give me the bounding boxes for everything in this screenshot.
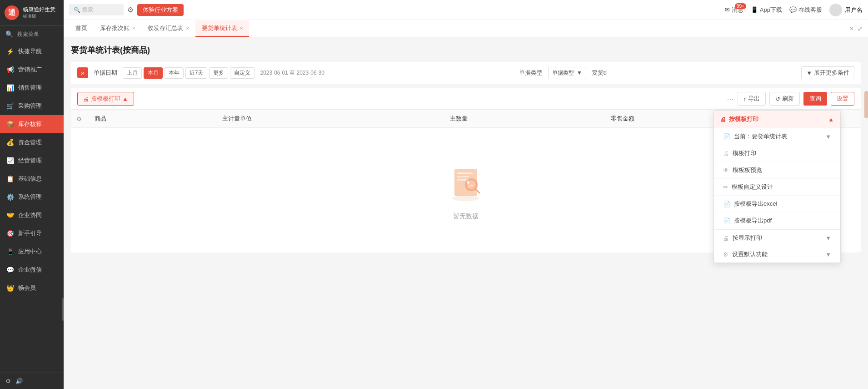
messages-button[interactable]: ✉ 消息 99+ <box>725 6 743 14</box>
operations-icon: 📈 <box>5 156 15 165</box>
template-print-item[interactable]: 🖨 模板打印 <box>714 145 840 162</box>
date-btn-current-year[interactable]: 本年 <box>165 67 184 79</box>
sidebar-item-wechat[interactable]: 💬 企业微信 <box>0 261 64 279</box>
print-current-template-item[interactable]: 📄 当前：要货单统计表 ▼ <box>714 128 840 145</box>
tab-home[interactable]: 首页 <box>69 20 94 37</box>
filter-expand-button[interactable]: » <box>77 67 88 78</box>
date-btn-prev-month[interactable]: 上月 <box>123 67 142 79</box>
svg-point-8 <box>467 181 469 184</box>
print-dropdown-header[interactable]: 🖨 按模板打印 ▲ <box>714 111 840 128</box>
logo-sub: 标准版 <box>23 13 55 20</box>
export-icon: ↑ <box>743 96 747 102</box>
query-button[interactable]: 查询 <box>803 92 827 106</box>
date-btn-custom[interactable]: 自定义 <box>230 67 254 79</box>
online-service-button[interactable]: 💬 在线客服 <box>789 6 822 14</box>
sidebar-item-apps[interactable]: 📱 应用中心 <box>0 242 64 261</box>
settings-button[interactable]: 设置 <box>831 92 854 106</box>
more-options-icon[interactable]: ··· <box>727 94 733 104</box>
date-btn-current-month[interactable]: 本月 <box>144 67 163 79</box>
sidebar-search-label: 搜索菜单 <box>17 30 39 38</box>
tabs-window-controls: × ⤢ <box>850 25 863 32</box>
sidebar-item-inventory[interactable]: 📦 库存核算 <box>0 115 64 133</box>
sidebar-item-label: 库存核算 <box>18 120 42 128</box>
table-col-product: 商品 <box>89 110 217 128</box>
print-dropdown: 🖨 按模板打印 ▲ 📄 当前：要货单统计表 ▼ 🖨 模板打印 👁 模板板预览 <box>713 110 841 263</box>
sidebar-item-enterprise[interactable]: 🤝 企业协同 <box>0 206 64 224</box>
table-settings-icon[interactable]: ⚙ <box>76 116 82 122</box>
message-icon: ✉ <box>725 6 730 13</box>
current-template-icon: 📄 <box>723 133 730 140</box>
template-preview-icon: 👁 <box>723 167 729 174</box>
sidebar-item-finance[interactable]: 💰 资金管理 <box>0 133 64 152</box>
sidebar-item-label: 采购管理 <box>18 102 42 110</box>
table-col-unit: 主计量单位 <box>217 110 444 128</box>
sidebar-item-marketing[interactable]: 📢 营销推广 <box>0 61 64 79</box>
template-design-item[interactable]: ✏ 模板自定义设计 <box>714 179 840 196</box>
print-dropdown-title: 按模板打印 <box>729 115 758 123</box>
tab-inventory-batch-close[interactable]: × <box>132 25 135 31</box>
window-close-btn[interactable]: × <box>850 25 853 32</box>
online-service-label: 在线客服 <box>798 6 822 14</box>
sidebar-item-label: 基础信息 <box>18 175 42 183</box>
query-label: 查询 <box>809 95 821 103</box>
right-edge-scrollbar[interactable] <box>864 91 868 118</box>
messages-badge: 99+ <box>735 3 746 9</box>
sidebar-item-sales[interactable]: 📊 销售管理 <box>0 79 64 97</box>
promo-button[interactable]: 体验行业方案 <box>137 4 184 16</box>
sidebar-item-label: 营销推广 <box>18 66 42 74</box>
sidebar-logo: 通 畅康通好生意 标准版 <box>0 0 64 26</box>
print-template-button[interactable]: 🖨 按模板打印 ▲ <box>77 92 134 106</box>
sidebar-item-member[interactable]: 👑 畅会员 <box>0 279 64 297</box>
template-export-pdf-icon: 📄 <box>723 217 730 224</box>
topbar-gear-icon[interactable]: ⚙ <box>127 5 134 14</box>
display-print-icon: 🖨 <box>723 235 729 242</box>
refresh-label: 刷新 <box>782 95 794 103</box>
refresh-button[interactable]: ↺ 刷新 <box>769 92 800 106</box>
sidebar-item-label: 快捷导航 <box>18 47 42 56</box>
set-default-icon: ⚙ <box>723 251 728 258</box>
window-maximize-btn[interactable]: ⤢ <box>857 25 863 32</box>
sidebar-item-label: 资金管理 <box>18 138 42 147</box>
tab-receipt-summary[interactable]: 收发存汇总表 × <box>141 20 195 37</box>
display-print-item[interactable]: 🖨 按显示打印 ▼ <box>714 230 840 246</box>
set-default-item[interactable]: ⚙ 设置默认功能 ▼ <box>714 246 840 263</box>
export-label: 导出 <box>748 95 760 103</box>
quick-nav-icon: ⚡ <box>5 47 15 56</box>
template-preview-item[interactable]: 👁 模板板预览 <box>714 162 840 179</box>
tab-receipt-summary-close[interactable]: × <box>186 25 189 31</box>
speaker-footer-icon[interactable]: 🔊 <box>15 378 23 384</box>
tab-inventory-batch[interactable]: 库存批次账 × <box>94 20 141 37</box>
sidebar-item-quick-nav[interactable]: ⚡ 快捷导航 <box>0 42 64 61</box>
enterprise-icon: 🤝 <box>5 211 15 220</box>
tab-requisition-stats[interactable]: 要货单统计表 × <box>195 20 249 37</box>
sidebar-search-item[interactable]: 🔍 搜索菜单 <box>0 26 64 42</box>
refresh-icon: ↺ <box>775 96 780 102</box>
newbie-icon: 🎯 <box>5 229 15 238</box>
sidebar-item-purchase[interactable]: 🛒 采购管理 <box>0 97 64 115</box>
table-col-settings[interactable]: ⚙ <box>71 110 89 128</box>
date-btn-more[interactable]: 更多 <box>209 67 228 79</box>
topbar-search[interactable]: 🔍 搜索 <box>69 4 124 15</box>
sidebar-item-label: 企业协同 <box>18 211 42 219</box>
date-btn-last-7[interactable]: 近7天 <box>185 67 208 79</box>
tab-requisition-stats-close[interactable]: × <box>240 25 243 31</box>
user-name: 用户名 <box>845 6 863 14</box>
user-profile[interactable]: 用户名 <box>829 4 863 16</box>
filter-bar: » 单据日期 上月 本月 本年 近7天 更多 自定义 2023-06-01 至 … <box>71 62 861 84</box>
sidebar-item-operations[interactable]: 📈 经营管理 <box>0 152 64 170</box>
settings-footer-icon[interactable]: ⚙ <box>5 378 11 384</box>
sidebar-item-system[interactable]: ⚙️ 系统管理 <box>0 188 64 206</box>
template-export-excel-item[interactable]: 📄 按模板导出excel <box>714 196 840 212</box>
app-download-button[interactable]: 📱 App下载 <box>751 6 782 14</box>
print-icon: 🖨 <box>83 96 89 102</box>
print-dropdown-title-area: 🖨 按模板打印 <box>720 115 758 123</box>
template-export-pdf-item[interactable]: 📄 按模板导出pdf <box>714 212 840 229</box>
doc-type-select[interactable]: 单据类型 ▼ <box>548 67 586 79</box>
export-button[interactable]: ↑ 导出 <box>738 92 766 106</box>
print-dropdown-close-icon[interactable]: ▲ <box>828 116 834 123</box>
topbar-search-text: 搜索 <box>82 6 93 14</box>
expand-more-button[interactable]: ▼ 展开更多条件 <box>801 66 854 79</box>
set-default-label: 设置默认功能 <box>732 250 768 258</box>
sidebar-item-basic[interactable]: 📋 基础信息 <box>0 170 64 188</box>
sidebar-item-newbie[interactable]: 🎯 新手引导 <box>0 224 64 242</box>
